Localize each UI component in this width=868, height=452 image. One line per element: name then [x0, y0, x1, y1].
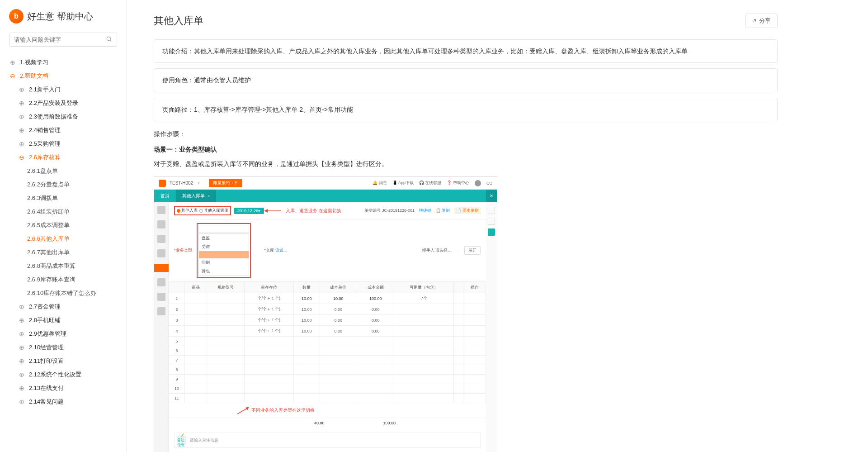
nav-item[interactable]: 2.2产品安装及登录: [9, 96, 117, 110]
plus-icon: [18, 303, 25, 310]
ss-tool-icon[interactable]: [488, 228, 495, 236]
ss-nav-icon[interactable]: [157, 293, 165, 301]
sidebar: b 好生意 帮助中心 1.视频学习2.帮助文档2.1新手入门2.2产品安装及登录…: [0, 0, 127, 452]
plus-icon: [18, 398, 25, 405]
dropdown-item[interactable]: 拆包: [199, 267, 249, 276]
nav-item[interactable]: 2.6.5成本调整单: [9, 219, 117, 232]
ss-history-link[interactable]: 📄 历史单据: [454, 207, 481, 214]
nav-label: 2.6.3调拨单: [27, 194, 58, 202]
nav-item[interactable]: 2.8手机旺铺: [9, 314, 117, 327]
ss-biztype-dropdown[interactable]: 盘盈受赠 印刷拆包: [197, 223, 251, 278]
table-row[interactable]: 1个/个＋１个)10.0010.00100.007个: [169, 293, 486, 304]
table-row[interactable]: 7: [169, 356, 486, 365]
nav-label: 2.5采购管理: [29, 140, 61, 148]
dropdown-item[interactable]: 印刷: [199, 258, 249, 267]
minus-icon: [9, 72, 16, 80]
nav-item[interactable]: 2.6.3调拨单: [9, 191, 117, 205]
nav-item[interactable]: 2.12系统个性化设置: [9, 368, 117, 381]
nav-label: 2.13在线支付: [29, 384, 64, 392]
nav-item[interactable]: 2.10经营管理: [9, 341, 117, 354]
nav-item[interactable]: 2.14常见问题: [9, 395, 117, 409]
nav-item[interactable]: 2.6库存核算: [9, 151, 117, 164]
ss-nav-icon[interactable]: [154, 264, 169, 272]
nav-item[interactable]: 2.6.7其他出库单: [9, 246, 117, 259]
share-icon: [752, 18, 757, 24]
share-button[interactable]: 分享: [745, 14, 778, 28]
ss-avatar-icon[interactable]: [475, 180, 481, 186]
ss-nav-icon[interactable]: [157, 249, 165, 257]
scene1-title: 场景一：业务类型确认: [154, 146, 778, 154]
ss-remark-box[interactable]: 📝备注信息 请输入单注信息: [174, 433, 481, 448]
nav-label: 2.6.9库存账本查询: [27, 276, 75, 284]
nav-label: 2.6.5成本调整单: [27, 221, 70, 229]
search-box[interactable]: [9, 33, 117, 47]
nav-item[interactable]: 2.4销售管理: [9, 124, 117, 137]
ss-nav-icon[interactable]: [157, 235, 165, 243]
nav-item[interactable]: 2.3使用前数据准备: [9, 110, 117, 124]
ss-support-link[interactable]: 🎧 在线客服: [419, 180, 442, 186]
table-row[interactable]: 9: [169, 375, 486, 384]
nav-label: 2.14常见问题: [29, 398, 64, 406]
app-screenshot: TEST-H002 ▾ 限量预约→下 🔔 消息 📱 App下载 🎧 在线客服 ❓…: [154, 176, 497, 452]
dropdown-item[interactable]: 盘盈: [199, 234, 249, 243]
table-row[interactable]: 4个/个＋１个)10.000.000.00: [169, 326, 486, 337]
ss-copy-link[interactable]: 📋 复制: [436, 208, 450, 214]
site-logo[interactable]: b 好生意 帮助中心: [9, 9, 117, 24]
nav-item[interactable]: 2.6.4组装拆卸单: [9, 205, 117, 219]
plus-icon: [18, 344, 25, 351]
table-row[interactable]: 8: [169, 365, 486, 375]
close-icon[interactable]: ×: [208, 194, 210, 198]
ss-nav-icon[interactable]: [157, 307, 165, 315]
nav-item[interactable]: 2.6.1盘点单: [9, 164, 117, 178]
dropdown-item[interactable]: 受赠: [199, 243, 249, 251]
ss-tab-inbound[interactable]: 其他入库单×: [176, 190, 216, 202]
ss-nav-icon[interactable]: [157, 206, 165, 214]
ss-expand-button[interactable]: 展开: [464, 246, 481, 255]
table-row[interactable]: 2个/个＋１个)10.000.000.00: [169, 304, 486, 315]
nav-item[interactable]: 2.6.2分量盘点单: [9, 178, 117, 191]
nav-item[interactable]: 2.帮助文档: [9, 69, 117, 83]
dropdown-item[interactable]: [199, 251, 249, 258]
nav-label: 2.12系统个性化设置: [29, 371, 81, 379]
nav-item[interactable]: 2.5采购管理: [9, 137, 117, 151]
table-row[interactable]: 10: [169, 384, 486, 394]
nav-item[interactable]: 2.11打印设置: [9, 354, 117, 368]
ss-logo-icon: [159, 180, 166, 187]
nav-item[interactable]: 2.1新手入门: [9, 83, 117, 96]
ss-radio-return[interactable]: 其他入库退库: [199, 208, 228, 214]
table-row[interactable]: 5: [169, 337, 486, 346]
ss-help-link[interactable]: ❓ 帮助中心: [447, 180, 469, 186]
ss-tool-icon[interactable]: [488, 207, 495, 214]
ss-radio-inbound[interactable]: 其他入库: [177, 208, 198, 214]
table-row[interactable]: 11: [169, 394, 486, 403]
ss-tab-home[interactable]: 首页: [154, 190, 176, 202]
nav-item[interactable]: 2.6.8商品成本重算: [9, 259, 117, 273]
plus-icon: [18, 317, 25, 324]
nav-item[interactable]: 2.6.9库存账本查询: [9, 273, 117, 286]
ss-date-badge[interactable]: 2019-12-26 ▾: [234, 208, 264, 214]
nav-item[interactable]: 2.7资金管理: [9, 300, 117, 314]
ss-nav-icon[interactable]: [157, 278, 165, 286]
nav-item[interactable]: 2.6.6其他入库单: [9, 232, 117, 246]
nav-item[interactable]: 2.6.10库存账本错了怎么办: [9, 286, 117, 300]
ss-shortcut-link[interactable]: 快捷键: [419, 208, 431, 214]
nav-item[interactable]: 1.视频学习: [9, 56, 117, 69]
table-row[interactable]: 6: [169, 346, 486, 356]
ss-nav-icon[interactable]: [157, 220, 165, 228]
svg-point-0: [107, 37, 110, 40]
ss-tool-icon[interactable]: [488, 218, 495, 225]
plus-icon: [18, 371, 25, 378]
ss-msg-link[interactable]: 🔔 消息: [373, 180, 387, 186]
nav-item[interactable]: 2.13在线支付: [9, 381, 117, 395]
table-row[interactable]: 3个/个＋１个)10.000.000.00: [169, 315, 486, 326]
search-input[interactable]: [14, 36, 106, 43]
search-icon[interactable]: [106, 36, 112, 43]
nav-label: 2.10经营管理: [29, 343, 64, 352]
nav-label: 2.9优惠券管理: [29, 330, 66, 338]
nav-label: 2.6.4组装拆卸单: [27, 208, 70, 216]
nav-item[interactable]: 2.9优惠券管理: [9, 327, 117, 341]
ss-app-link[interactable]: 📱 App下载: [392, 180, 414, 186]
ss-tabbar-close-icon[interactable]: ×: [486, 190, 497, 202]
nav-label: 2.1新手入门: [29, 86, 61, 94]
ss-upgrade-button[interactable]: 限量预约→下: [209, 179, 242, 187]
